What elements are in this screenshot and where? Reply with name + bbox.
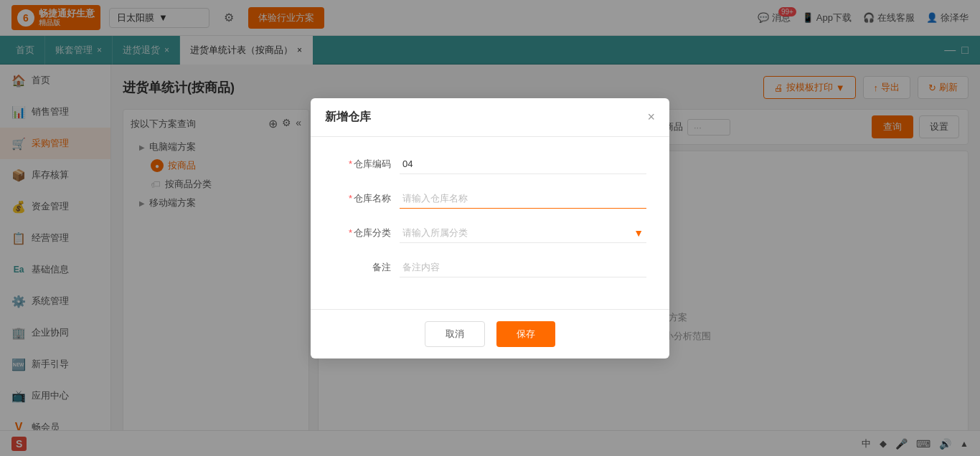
dialog-header: 新增仓库 × (311, 98, 669, 137)
dialog-footer: 取消 保存 (311, 309, 669, 358)
cancel-button[interactable]: 取消 (425, 321, 485, 347)
category-input[interactable] (400, 223, 646, 243)
dialog-overlay: 新增仓库 × 仓库编码 仓库名称 仓库分类 ▼ (0, 0, 980, 456)
name-input[interactable] (400, 189, 646, 209)
dialog-title: 新增仓库 (325, 110, 371, 125)
save-button[interactable]: 保存 (496, 321, 555, 347)
form-row-name: 仓库名称 (334, 189, 646, 209)
name-label: 仓库名称 (334, 192, 391, 205)
code-label: 仓库编码 (334, 158, 391, 171)
form-row-remark: 备注 (334, 257, 646, 277)
dialog-body: 仓库编码 仓库名称 仓库分类 ▼ 备注 (311, 137, 669, 309)
category-label: 仓库分类 (334, 227, 391, 239)
remark-label: 备注 (334, 261, 391, 274)
code-input[interactable] (400, 154, 646, 174)
form-row-code: 仓库编码 (334, 154, 646, 174)
category-select-wrapper: ▼ (400, 223, 646, 243)
dialog-close-button[interactable]: × (647, 110, 655, 125)
remark-input[interactable] (400, 257, 646, 277)
form-row-category: 仓库分类 ▼ (334, 223, 646, 243)
add-warehouse-dialog: 新增仓库 × 仓库编码 仓库名称 仓库分类 ▼ (311, 98, 669, 358)
